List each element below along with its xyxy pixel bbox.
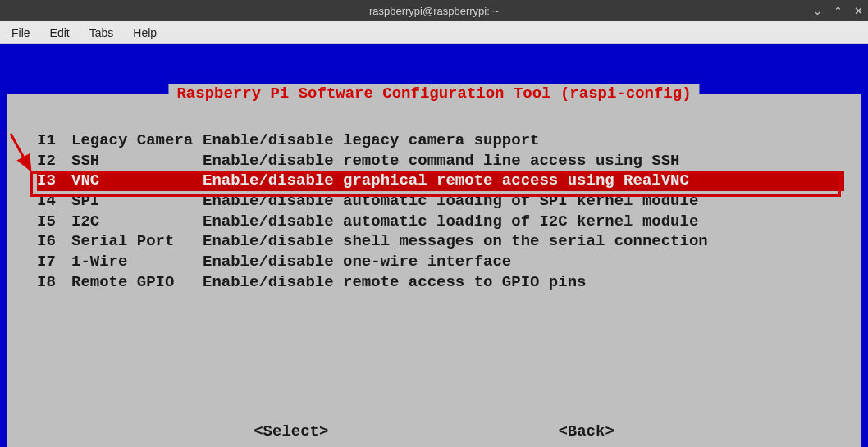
menu-label: SSH: [71, 151, 203, 171]
menubar: File Edit Tabs Help: [0, 21, 868, 44]
select-button[interactable]: <Select>: [254, 422, 328, 440]
config-buttons: <Select> <Back>: [9, 422, 859, 440]
window-title: raspberrypi@raspberrypi: ~: [369, 5, 499, 17]
menu-code: I5: [37, 212, 71, 232]
menu-desc: Enable/disable graphical remote access u…: [203, 171, 844, 191]
menu-code: I4: [37, 191, 71, 212]
window-controls: ⌄ ⌃ ✕: [813, 5, 863, 17]
window-titlebar: raspberrypi@raspberrypi: ~ ⌄ ⌃ ✕: [0, 0, 868, 21]
menu-desc: Enable/disable remote command line acces…: [203, 151, 844, 171]
minimize-icon[interactable]: ⌄: [813, 5, 822, 17]
menu-desc: Enable/disable automatic loading of I2C …: [203, 212, 844, 232]
menu-code: I3: [37, 171, 71, 191]
menu-label: 1-Wire: [71, 252, 203, 272]
menu-code: I8: [37, 272, 71, 293]
close-icon[interactable]: ✕: [854, 5, 863, 17]
menu-desc: Enable/disable automatic loading of SPI …: [203, 191, 844, 212]
menu-item-remote-gpio[interactable]: I8 Remote GPIO Enable/disable remote acc…: [37, 272, 844, 293]
menu-desc: Enable/disable one-wire interface: [203, 252, 844, 272]
menu-item-vnc[interactable]: I3 VNC Enable/disable graphical remote a…: [37, 171, 844, 191]
menu-file[interactable]: File: [5, 25, 37, 41]
menu-label: Remote GPIO: [71, 272, 203, 293]
menu-help[interactable]: Help: [126, 25, 163, 41]
menu-code: I6: [37, 231, 71, 252]
config-title: Raspberry Pi Software Configuration Tool…: [168, 84, 699, 103]
menu-item-legacy-camera[interactable]: I1 Legacy Camera Enable/disable legacy c…: [37, 130, 844, 151]
menu-label: VNC: [71, 171, 203, 191]
menu-desc: Enable/disable legacy camera support: [203, 130, 844, 151]
menu-code: I1: [37, 130, 71, 151]
raspi-config-box: Raspberry Pi Software Configuration Tool…: [7, 94, 861, 447]
menu-item-spi[interactable]: I4 SPI Enable/disable automatic loading …: [37, 191, 844, 212]
menu-tabs[interactable]: Tabs: [83, 25, 121, 41]
menu-edit[interactable]: Edit: [43, 25, 76, 41]
terminal: Raspberry Pi Software Configuration Tool…: [0, 44, 868, 447]
back-button[interactable]: <Back>: [558, 422, 614, 440]
menu-item-serial-port[interactable]: I6 Serial Port Enable/disable shell mess…: [37, 231, 844, 252]
menu-desc: Enable/disable remote access to GPIO pin…: [203, 272, 844, 293]
maximize-icon[interactable]: ⌃: [834, 5, 843, 17]
config-menu-list: I1 Legacy Camera Enable/disable legacy c…: [9, 96, 859, 293]
menu-label: Legacy Camera: [71, 130, 203, 151]
menu-item-i2c[interactable]: I5 I2C Enable/disable automatic loading …: [37, 212, 844, 232]
menu-code: I7: [37, 252, 71, 272]
menu-label: SPI: [71, 191, 203, 212]
menu-item-1-wire[interactable]: I7 1-Wire Enable/disable one-wire interf…: [37, 252, 844, 272]
menu-desc: Enable/disable shell messages on the ser…: [203, 231, 844, 252]
menu-label: I2C: [71, 212, 203, 232]
menu-item-ssh[interactable]: I2 SSH Enable/disable remote command lin…: [37, 151, 844, 171]
menu-label: Serial Port: [71, 231, 203, 252]
menu-code: I2: [37, 151, 71, 171]
